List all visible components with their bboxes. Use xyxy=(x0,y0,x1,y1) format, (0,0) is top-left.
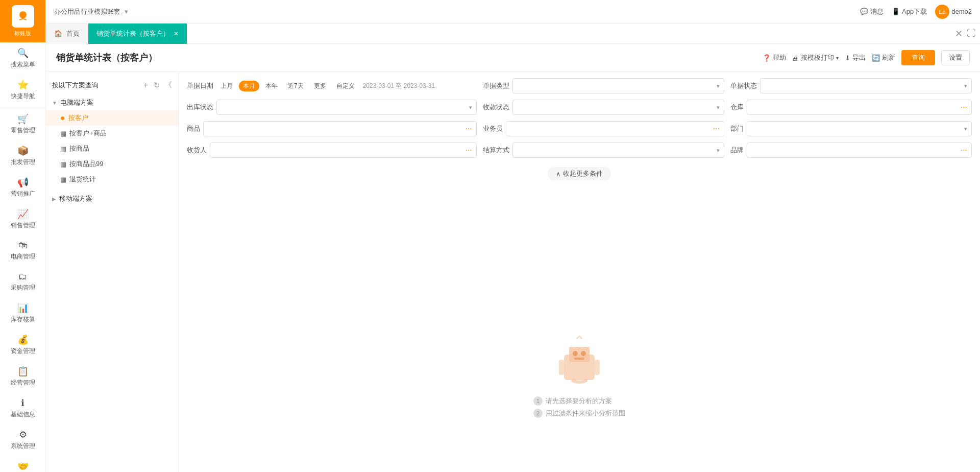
sidebar-item-quicknav[interactable]: ⭐ 快捷导航 xyxy=(0,74,45,106)
header-dropdown-icon[interactable]: ▾ xyxy=(125,8,128,15)
sidebar-item-basic[interactable]: ℹ 基础信息 xyxy=(0,392,45,424)
sidebar-item-sales[interactable]: 📈 销售管理 xyxy=(0,203,45,235)
receive-status-label: 收款状态 xyxy=(483,103,509,112)
salesman-select[interactable]: ··· xyxy=(506,121,724,136)
goods-dots-icon[interactable]: ··· xyxy=(465,124,472,133)
logo-text: 标账版 xyxy=(14,30,31,37)
receiver-dots-icon[interactable]: ··· xyxy=(465,146,472,155)
settlement-label: 结算方式 xyxy=(483,146,509,155)
warehouse-select[interactable]: ··· xyxy=(747,100,972,115)
scheme-item-by-goods[interactable]: ▦ 按商品 xyxy=(46,141,178,156)
empty-illustration xyxy=(549,329,610,390)
sales-icon: 📈 xyxy=(17,208,29,220)
date-tab-this-year[interactable]: 本年 xyxy=(261,81,282,91)
scheme-section-desktop-header[interactable]: ▼ 电脑端方案 xyxy=(46,95,178,110)
filter-goods-item: 商品 ··· xyxy=(187,121,477,136)
brand-select[interactable]: ··· xyxy=(747,143,972,158)
order-type-select[interactable]: ▾ xyxy=(512,78,724,93)
sidebar-item-operations[interactable]: 📋 经营管理 xyxy=(0,361,45,392)
scheme-header-icons: ＋ ↻ 《 xyxy=(142,80,172,90)
goods-label: 商品 xyxy=(187,124,200,133)
sidebar-item-ecommerce[interactable]: 🛍 电商管理 xyxy=(0,235,45,266)
operations-icon: 📋 xyxy=(17,366,29,377)
message-button[interactable]: 💬 消息 xyxy=(860,7,884,16)
sidebar-item-wholesale[interactable]: 📦 批发管理 xyxy=(0,140,45,172)
date-range-display: 2023-03-01 至 2023-03-31 xyxy=(363,82,435,90)
order-status-select[interactable]: ▾ xyxy=(760,78,972,93)
date-label: 单据日期 xyxy=(187,81,213,90)
date-tab-last7[interactable]: 近7天 xyxy=(284,81,308,91)
print-dropdown-icon: ▾ xyxy=(836,55,839,61)
scheme-header: 按以下方案查询 ＋ ↻ 《 xyxy=(46,77,178,93)
settlement-select[interactable]: ▾ xyxy=(512,143,724,158)
cooperation-icon: 🤝 xyxy=(17,461,29,472)
wholesale-icon: 📦 xyxy=(17,145,29,156)
filter-data-area: 单据日期 上月 本月 本年 近7天 更多 自定义 20 xyxy=(179,72,980,472)
refresh-button[interactable]: 🔄 刷新 xyxy=(872,53,895,62)
receive-status-select[interactable]: ▾ xyxy=(512,100,724,115)
sidebar-item-finance[interactable]: 💰 资金管理 xyxy=(0,329,45,361)
receiver-select[interactable]: ··· xyxy=(210,143,477,158)
date-tab-last-month[interactable]: 上月 xyxy=(216,81,237,91)
scheme-item-return-stat[interactable]: ▦ 退货统计 xyxy=(46,172,178,187)
help-button[interactable]: ❓ 帮助 xyxy=(763,53,786,62)
download-icon: 📱 xyxy=(892,8,900,15)
page-title-bar: 销货单统计表（按客户） ❓ 帮助 🖨 按模板打印 ▾ ⬇ 导出 🔄 刷新 xyxy=(46,44,980,72)
scheme-item-customer-goods[interactable]: ▦ 按客户+商品 xyxy=(46,126,178,141)
scheme-item-by-goods-99[interactable]: ▦ 按商品品99 xyxy=(46,156,178,172)
page-title: 销货单统计表（按客户） xyxy=(56,52,157,64)
brand-dots-icon[interactable]: ··· xyxy=(961,146,967,155)
salesman-dots-icon[interactable]: ··· xyxy=(713,124,720,133)
filter-date-item: 单据日期 上月 本月 本年 近7天 更多 自定义 20 xyxy=(187,81,477,91)
tab-close-icon[interactable]: ✕ xyxy=(174,30,179,37)
scheme-refresh-icon[interactable]: ↻ xyxy=(154,81,160,90)
main-area: 办公用品行业模拟账套 ▾ 💬 消息 📱 App下载 Ea demo2 🏠 首页 xyxy=(46,0,980,472)
filter-warehouse-item: 仓库 ··· xyxy=(730,100,972,115)
filter-settlement-item: 结算方式 ▾ xyxy=(483,143,724,158)
settlement-arrow-icon: ▾ xyxy=(717,147,720,154)
sidebar-item-inventory[interactable]: 📊 库存核算 xyxy=(0,297,45,329)
header-right: 💬 消息 📱 App下载 Ea demo2 xyxy=(860,5,972,19)
date-tabs: 上月 本月 本年 近7天 更多 自定义 xyxy=(216,81,359,91)
goods-select[interactable]: ··· xyxy=(203,121,477,136)
filter-brand-item: 品牌 ··· xyxy=(730,143,972,158)
search-icon: 🔍 xyxy=(17,48,29,59)
sidebar-item-purchase[interactable]: 🗂 采购管理 xyxy=(0,266,45,297)
scheme-section-mobile-header[interactable]: ▶ 移动端方案 xyxy=(46,191,178,206)
tab-maximize-icon[interactable]: ⛶ xyxy=(967,28,976,39)
svg-rect-7 xyxy=(595,360,600,375)
settings-button[interactable]: 设置 xyxy=(941,50,970,65)
sidebar-item-search[interactable]: 🔍 搜索菜单 xyxy=(0,42,45,74)
department-select[interactable]: ▾ xyxy=(747,121,972,136)
tab-sales-stat[interactable]: 销货单统计表（按客户） ✕ xyxy=(88,23,187,44)
sidebar-item-retail[interactable]: 🛒 零售管理 xyxy=(0,108,45,140)
order-type-arrow-icon: ▾ xyxy=(717,83,720,89)
print-button[interactable]: 🖨 按模板打印 ▾ xyxy=(792,53,839,62)
scheme-section-mobile: ▶ 移动端方案 xyxy=(46,189,178,208)
marketing-icon: 📢 xyxy=(17,177,29,188)
user-avatar-area[interactable]: Ea demo2 xyxy=(935,5,972,19)
scheme-add-icon[interactable]: ＋ xyxy=(142,80,150,90)
query-button[interactable]: 查询 xyxy=(901,50,935,65)
scheme-panel: 按以下方案查询 ＋ ↻ 《 ▼ 电脑端方案 ● 按客户 xyxy=(46,72,179,472)
tab-close-window-icon[interactable]: ✕ xyxy=(955,28,963,39)
scheme-collapse-icon[interactable]: 《 xyxy=(164,80,172,90)
svg-rect-6 xyxy=(559,360,564,375)
tab-home[interactable]: 🏠 首页 xyxy=(46,23,88,44)
section-arrow-down-icon: ▼ xyxy=(52,100,57,106)
scheme-item-by-customer[interactable]: ● 按客户 xyxy=(46,110,178,126)
scheme-header-title: 按以下方案查询 xyxy=(52,81,99,90)
system-icon: ⚙ xyxy=(19,429,27,440)
warehouse-dots-icon[interactable]: ··· xyxy=(961,103,967,112)
out-status-select[interactable]: ▾ xyxy=(216,100,477,115)
export-button[interactable]: ⬇ 导出 xyxy=(845,53,866,62)
date-tab-more[interactable]: 更多 xyxy=(310,81,330,91)
collapse-button[interactable]: ∧ 收起更多条件 xyxy=(548,167,611,180)
sidebar-item-system[interactable]: ⚙ 系统管理 xyxy=(0,424,45,456)
refresh-icon: 🔄 xyxy=(872,54,880,62)
date-tab-custom[interactable]: 自定义 xyxy=(332,81,359,91)
sidebar-item-cooperation[interactable]: 🤝 企业协同 xyxy=(0,456,45,472)
sidebar-item-marketing[interactable]: 📢 营销推广 xyxy=(0,172,45,203)
app-download-button[interactable]: 📱 App下载 xyxy=(892,7,927,16)
date-tab-this-month[interactable]: 本月 xyxy=(239,81,259,91)
